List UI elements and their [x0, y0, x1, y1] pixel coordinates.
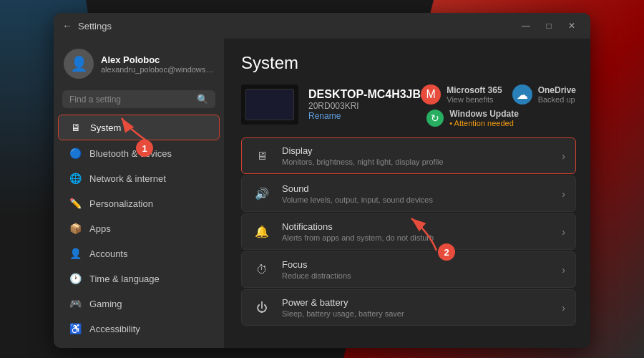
ms365-sub: View benefits [447, 95, 502, 104]
device-id: 20RD003KRI [308, 101, 421, 111]
sidebar-item-time-language[interactable]: 🕐 Time & language [58, 266, 220, 291]
privacy-icon: 🛡 [68, 347, 82, 348]
system-icon: 🖥 [69, 120, 83, 135]
settings-item-notifications[interactable]: 🔔 Notifications Alerts from apps and sys… [241, 213, 576, 250]
focus-icon: ⏱ [252, 260, 272, 280]
sidebar-item-system[interactable]: 🖥 System [58, 115, 220, 140]
sidebar-item-label: Apps [89, 223, 111, 234]
sidebar-item-accounts[interactable]: 👤 Accounts [58, 241, 220, 266]
onedrive-sub: Backed up [538, 95, 576, 104]
sidebar-item-label: System [90, 122, 121, 133]
sidebar: 👤 Alex Poloboc alexandru_poloboc@windows… [54, 39, 224, 348]
display-arrow: › [562, 150, 565, 162]
sidebar-item-gaming[interactable]: 🎮 Gaming [58, 291, 220, 316]
settings-item-power-battery[interactable]: ⏻ Power & battery Sleep, battery usage, … [241, 289, 576, 326]
title-bar-left: ← Settings [62, 20, 112, 32]
bluetooth-icon: 🔵 [68, 146, 82, 160]
power-title: Power & battery [282, 297, 552, 308]
power-text: Power & battery Sleep, battery usage, ba… [282, 297, 552, 318]
display-title: Display [282, 145, 552, 156]
device-name: DESKTOP-MC4H3JB [308, 88, 421, 101]
display-sub: Monitors, brightness, night light, displ… [282, 158, 552, 166]
focus-text: Focus Reduce distractions [282, 259, 552, 280]
title-bar-controls: — □ ✕ [516, 18, 582, 34]
sound-arrow: › [562, 188, 565, 200]
minimize-button[interactable]: — [516, 18, 536, 34]
ms365-name: Microsoft 365 [447, 85, 502, 95]
settings-window: ← Settings — □ ✕ 👤 Alex Poloboc alexandr… [54, 13, 590, 348]
sidebar-item-label: Personalization [89, 198, 153, 209]
time-icon: 🕐 [68, 271, 82, 286]
notifications-title: Notifications [282, 221, 552, 232]
notifications-icon: 🔔 [252, 222, 272, 242]
search-icon: 🔍 [197, 94, 208, 105]
update-icon: ↻ [426, 110, 444, 127]
notifications-text: Notifications Alerts from apps and syste… [282, 221, 552, 242]
page-title: System [241, 53, 576, 73]
top-info-block: DESKTOP-MC4H3JB 20RD003KRI Rename M Micr… [241, 84, 576, 127]
onedrive-icon: ☁ [512, 84, 532, 105]
avatar: 👤 [64, 49, 94, 79]
page-content: System DESKTOP-MC4H3JB 20RD003KRI Rename [224, 39, 590, 348]
sidebar-item-label: Time & language [89, 274, 160, 284]
sound-text: Sound Volume levels, output, input, soun… [282, 183, 552, 204]
update-sub: • Attention needed [449, 119, 519, 127]
sidebar-nav: 🖥 System 🔵 Bluetooth & devices 🌐 Network… [54, 114, 224, 348]
sidebar-item-network[interactable]: 🌐 Network & internet [58, 166, 220, 190]
ms365-card[interactable]: M Microsoft 365 View benefits [421, 84, 502, 105]
back-button[interactable]: ← [62, 20, 72, 32]
title-bar: ← Settings — □ ✕ [54, 13, 590, 39]
power-arrow: › [562, 302, 565, 314]
update-info: Windows Update • Attention needed [449, 109, 519, 127]
sidebar-item-personalization[interactable]: ✏️ Personalization [58, 191, 220, 216]
focus-sub: Reduce distractions [282, 271, 552, 280]
ms365-info: Microsoft 365 View benefits [447, 85, 502, 104]
settings-list: 🖥 Display Monitors, brightness, night li… [241, 137, 576, 326]
settings-item-focus[interactable]: ⏱ Focus Reduce distractions › [241, 251, 576, 288]
settings-item-display[interactable]: 🖥 Display Monitors, brightness, night li… [241, 137, 576, 174]
sidebar-item-privacy-security[interactable]: 🛡 Privacy & security [58, 342, 220, 348]
service-cards: M Microsoft 365 View benefits ☁ OneDrive… [421, 84, 576, 127]
sidebar-item-label: Network & internet [89, 173, 166, 184]
notifications-arrow: › [562, 226, 565, 238]
sound-sub: Volume levels, output, input, sound devi… [282, 195, 552, 204]
update-name: Windows Update [449, 109, 519, 119]
settings-item-sound[interactable]: 🔊 Sound Volume levels, output, input, so… [241, 175, 576, 212]
user-profile: 👤 Alex Poloboc alexandru_poloboc@windows… [54, 39, 224, 86]
sidebar-item-label: Bluetooth & devices [89, 148, 172, 159]
accounts-icon: 👤 [68, 246, 82, 261]
device-rename[interactable]: Rename [308, 111, 421, 121]
display-text: Display Monitors, brightness, night ligh… [282, 145, 552, 166]
apps-icon: 📦 [68, 221, 82, 236]
avatar-icon: 👤 [70, 55, 88, 72]
top-services-row: M Microsoft 365 View benefits ☁ OneDrive… [421, 84, 576, 105]
sound-title: Sound [282, 183, 552, 194]
focus-title: Focus [282, 259, 552, 270]
onedrive-card[interactable]: ☁ OneDrive Backed up [512, 84, 576, 105]
focus-arrow: › [562, 264, 565, 276]
sidebar-item-bluetooth[interactable]: 🔵 Bluetooth & devices [58, 141, 220, 165]
power-icon: ⏻ [252, 298, 272, 318]
search-input[interactable] [69, 95, 192, 105]
personalization-icon: ✏️ [68, 196, 82, 211]
maximize-button[interactable]: □ [539, 18, 559, 34]
search-container: 🔍 [54, 86, 224, 114]
user-email: alexandru_poloboc@windowsreport... [101, 65, 214, 74]
sidebar-item-label: Accounts [89, 248, 127, 259]
sidebar-item-apps[interactable]: 📦 Apps [58, 216, 220, 241]
gaming-icon: 🎮 [68, 296, 82, 311]
title-bar-title: Settings [78, 21, 112, 32]
device-screen [245, 89, 294, 120]
user-info: Alex Poloboc alexandru_poloboc@windowsre… [101, 54, 214, 74]
display-icon: 🖥 [252, 146, 272, 166]
notifications-sub: Alerts from apps and system, do not dist… [282, 233, 552, 242]
search-box[interactable]: 🔍 [62, 90, 215, 108]
sound-icon: 🔊 [252, 184, 272, 204]
sidebar-item-accessibility[interactable]: ♿ Accessibility [58, 316, 220, 341]
sidebar-item-label: Accessibility [89, 324, 140, 334]
power-sub: Sleep, battery usage, battery saver [282, 309, 552, 318]
onedrive-info: OneDrive Backed up [538, 85, 576, 104]
close-button[interactable]: ✕ [562, 18, 582, 34]
windows-update-card[interactable]: ↻ Windows Update • Attention needed [426, 109, 519, 127]
ms365-icon: M [421, 84, 441, 105]
